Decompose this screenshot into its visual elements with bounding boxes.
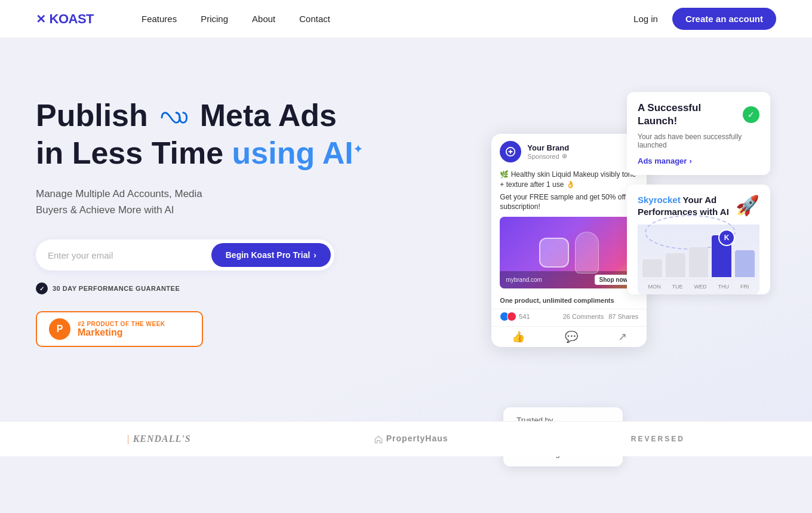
brand-kendalls: | KENDALL'S [127,434,191,444]
title-in-less-time: in Less Time [36,136,223,170]
brand-reversed: REVERSED [631,435,685,443]
reaction-dots [500,312,516,321]
create-account-button[interactable]: Create an account [672,8,776,30]
guarantee-badge: ✓ 30 DAY PERFORMANCE GUARANTEE [36,282,362,294]
hero-section: Publish Meta Ads in Less Time using AI✦ … [0,38,812,456]
title-meta-ads: Meta Ads [200,98,337,133]
label-thu: THU [718,284,730,290]
ad-preview-card: Your Brand Sponsored ⊕ 🌿 Healthy skin Li… [491,134,647,347]
success-check-icon: ✓ [743,106,759,123]
share-button[interactable]: ↗ [618,330,627,343]
bar-mon [642,259,662,277]
ph-icon: P [49,318,70,340]
label-fri: FRI [740,284,749,290]
logo-text: KOAST [50,11,94,27]
success-text: Your ads have been successfully launched [638,133,759,149]
success-card-header: A Successful Launch! ✓ [638,102,759,128]
trial-button[interactable]: Begin Koast Pro Trial › [211,243,331,267]
title-using-ai: using AI✦ [232,136,362,170]
reaction-count: 541 [519,313,530,320]
floating-cards: A Successful Launch! ✓ Your ads have bee… [627,92,770,294]
ad-sponsored: Sponsored ⊕ [527,152,638,160]
guarantee-icon: ✓ [36,282,48,294]
ad-actions: 👍 💬 ↗ [491,326,647,347]
love-reaction [507,312,516,321]
ad-brand-info: Your Brand Sponsored ⊕ [527,143,638,160]
ad-brand-icon [500,141,521,162]
title-publish: Publish [36,98,148,133]
meta-logo-icon [159,100,189,136]
hero-content: Publish Meta Ads in Less Time using AI✦ … [36,86,362,347]
product-hunt-badge: P #2 PRODUCT OF THE WEEK Marketing [36,311,203,347]
bar-fri [735,250,755,277]
hero-title: Publish Meta Ads in Less Time using AI✦ [36,98,362,171]
nav-about[interactable]: About [252,14,275,24]
nav-contact[interactable]: Contact [299,14,330,24]
ad-card-header: Your Brand Sponsored ⊕ [491,134,647,170]
like-button[interactable]: 👍 [512,330,525,343]
ad-brand-name: Your Brand [527,143,638,152]
ad-reactions: 541 26 Comments 87 Shares [491,309,647,326]
login-button[interactable]: Log in [633,14,658,24]
bar-thu: K [712,235,731,277]
brand-propertyhaus: PropertyHaus [374,434,448,444]
ph-text: #2 PRODUCT OF THE WEEK Marketing [78,321,165,338]
hero-visual: Your Brand Sponsored ⊕ 🌿 Healthy skin Li… [362,80,776,347]
skyrocket-card: Skyrocket Your Ad Performances with AI 🚀 [627,185,770,294]
nav-pricing[interactable]: Pricing [201,14,228,24]
ads-manager-link[interactable]: Ads manager › [638,156,759,165]
bar-labels: MON TUE WED THU FRI [642,279,755,294]
ad-product-text: One product, unlimited compliments [491,293,647,306]
nav-links: Features Pricing About Contact [142,14,330,24]
ad-body: 🌿 Healthy skin Liquid Makeup visibly ton… [491,170,647,293]
hero-subtitle: Manage Multiple Ad Accounts, Media Buyer… [36,186,362,218]
success-card: A Successful Launch! ✓ Your ads have bee… [627,92,770,175]
navbar: ✕ KOAST Features Pricing About Contact L… [0,0,812,38]
logo-icon: ✕ [36,12,46,26]
rocket-icon: 🚀 [736,194,759,217]
label-mon: MON [648,284,661,290]
label-wed: WED [694,284,707,290]
bar-chart: K MON TUE WED THU [638,225,759,294]
ad-image-overlay: mybrand.com Shop now [500,271,638,288]
email-input[interactable] [48,243,211,267]
comment-button[interactable]: 💬 [565,330,578,343]
ad-reactions-right: 26 Comments 87 Shares [563,313,639,320]
email-form: Begin Koast Pro Trial › [36,239,334,271]
success-title: A Successful Launch! [638,102,743,128]
nav-actions: Log in Create an account [633,8,776,30]
brands-bar: | KENDALL'S PropertyHaus REVERSED [0,421,812,456]
label-tue: TUE [672,284,683,290]
logo[interactable]: ✕ KOAST [36,11,94,27]
bar-wed [689,247,709,277]
bar-tue [666,253,685,277]
nav-features[interactable]: Features [142,14,177,24]
ad-body-text: 🌿 Healthy skin Liquid Makeup visibly ton… [500,170,638,212]
ad-image: mybrand.com Shop now [500,217,638,288]
koast-k-badge: K [718,229,735,246]
